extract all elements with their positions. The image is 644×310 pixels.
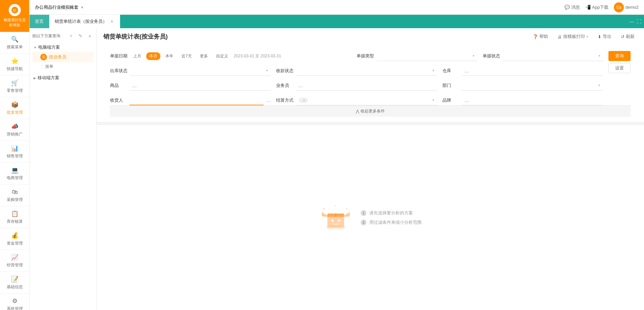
out-status-label: 出库状态 (110, 68, 127, 74)
inventory-icon: 📋 (11, 210, 18, 218)
dept-field: 部门 ▾ (442, 81, 603, 91)
date-field-label: 单据日期 (110, 53, 127, 59)
collapse-panel-btn[interactable]: « (86, 32, 94, 40)
sidebar-item-inventory[interactable]: 📋 库存核算 (0, 206, 29, 228)
sidebar-item-purchase[interactable]: 🛍 采购管理 (0, 185, 29, 206)
dept-dropdown-icon: ▾ (598, 83, 600, 88)
app-download-btn[interactable]: 📲 App下载 (585, 4, 608, 10)
settlement-field: 结算方式 × ▾ (276, 95, 437, 105)
receive-status-select[interactable]: ▾ (296, 66, 437, 76)
desktop-scheme-label: 电脑端方案 (38, 44, 60, 50)
date-more-btn[interactable]: 更多 (197, 52, 211, 60)
logo-text: 畅捷通好生意 标准版 (4, 17, 26, 28)
mobile-scheme-header[interactable]: ▶ 移动端方案 (32, 73, 94, 83)
settlement-select[interactable]: × ▾ (296, 95, 437, 105)
sidebar-item-sys-config[interactable]: ⚙ 系统管理 (0, 294, 29, 310)
app-download-label: App下载 (592, 4, 608, 10)
settlement-clear-icon[interactable]: × (303, 98, 305, 102)
wholesale-mgmt-icon: 📦 (11, 101, 18, 109)
user-profile[interactable]: Ea demo2 (614, 2, 639, 12)
warehouse-label: 仓库 (442, 68, 459, 74)
edit-scheme-btn[interactable]: ✎ (77, 32, 84, 40)
help-btn[interactable]: ❓ 帮助 (530, 32, 551, 41)
svg-text:✦: ✦ (334, 204, 336, 207)
page-header: 销货单统计表(按业务员) ❓ 帮助 🖨 按模板打印 ▾ ⬇ (97, 28, 644, 122)
tip-num-1: 1 (361, 210, 367, 216)
message-icon: 💬 (565, 5, 570, 10)
empty-tip-1: 1 请先选择要分析的方案 (361, 210, 422, 216)
dropdown-icon[interactable]: ▾ (81, 5, 83, 10)
out-status-select[interactable]: ▾ (130, 66, 271, 76)
add-scheme-btn[interactable]: ＋ (67, 32, 75, 40)
brand-dots-btn[interactable]: ... (465, 97, 469, 103)
sidebar-item-retail-mgmt[interactable]: 🛒 零售管理 (0, 75, 29, 97)
tip-text-2: 用过滤条件来缩小分析范围 (369, 219, 422, 225)
filter-row-3: 商品 ... 业务员 ... (110, 81, 603, 91)
warehouse-dots-btn[interactable]: ... (465, 68, 469, 74)
date-this-year-btn[interactable]: 本年 (162, 52, 176, 60)
brand-field: 品牌 ... (442, 95, 603, 105)
sidebar-item-operation[interactable]: 📈 经营管理 (0, 250, 29, 272)
desktop-scheme-arrow: ▼ (34, 46, 37, 49)
consignee-dots-btn[interactable]: ... (266, 97, 271, 103)
tab-bar: 首页 销货单统计表（按业务员） ✕ — ⛶ (30, 15, 644, 28)
tab-home-label: 首页 (35, 18, 44, 24)
date-filter-field: 单据日期 上月 本月 本年 近7天 更多 自定义 (110, 52, 351, 60)
desktop-scheme-header[interactable]: ▼ 电脑端方案 (32, 43, 94, 52)
left-panel-actions: ＋ ✎ « (67, 32, 94, 40)
salesperson-dots-btn[interactable]: ... (298, 83, 303, 89)
sales-mgmt-icon: 📊 (11, 144, 18, 153)
refresh-label: 刷新 (626, 34, 635, 40)
scheme-by-order[interactable]: ⋮ 按单 (32, 62, 94, 71)
consignee-label: 收货人 (110, 97, 127, 103)
sidebar-item-wholesale-mgmt[interactable]: 📦 批发管理 (0, 97, 29, 119)
desktop-scheme-group: ▼ 电脑端方案 员 按业务员 ⋮ 按单 (32, 43, 94, 71)
doc-status-select[interactable]: ▾ (503, 51, 603, 61)
filter-row-1: 单据日期 上月 本月 本年 近7天 更多 自定义 (110, 51, 603, 61)
sidebar-item-sales-mgmt[interactable]: 📊 销售管理 (0, 141, 29, 163)
collapse-label: 收起更多条件 (361, 108, 385, 114)
print-label: 按模板打印 (563, 34, 585, 40)
sidebar-item-finance[interactable]: 💰 资金管理 (0, 228, 29, 250)
tab-sales-stat[interactable]: 销货单统计表（按业务员） ✕ (49, 15, 120, 28)
export-btn[interactable]: ⬇ 导出 (595, 32, 614, 41)
tab-home[interactable]: 首页 (30, 15, 49, 28)
message-label: 消息 (571, 4, 580, 10)
tab-close-icon[interactable]: ✕ (109, 19, 114, 24)
purchase-icon: 🛍 (12, 188, 18, 196)
sidebar-item-quick-nav[interactable]: ⭐ 快捷导航 (0, 54, 29, 75)
logo-icon: 好 (9, 4, 21, 16)
date-last7-btn[interactable]: 近7天 (178, 52, 195, 60)
date-this-month-btn[interactable]: 本月 (146, 52, 160, 60)
doc-type-dropdown-icon: ▾ (473, 54, 475, 58)
date-last-month-btn[interactable]: 上月 (130, 52, 144, 60)
sidebar-item-marketing[interactable]: 📣 营销推广 (0, 119, 29, 141)
goods-dots-btn[interactable]: ... (132, 83, 137, 89)
settings-button[interactable]: 设置 (608, 63, 631, 73)
collapse-icon: « (89, 33, 91, 39)
sidebar-item-label: 库存核算 (7, 219, 23, 224)
tab-minimize-icon[interactable]: — (629, 19, 634, 24)
scheme-by-salesperson[interactable]: 员 按业务员 (32, 52, 94, 62)
print-btn[interactable]: 🖨 按模板打印 ▾ (555, 32, 591, 41)
doc-type-select[interactable]: ▾ (377, 51, 477, 61)
consignee-input[interactable] (129, 95, 264, 105)
date-custom-btn[interactable]: 自定义 (213, 52, 231, 60)
export-icon: ⬇ (598, 34, 601, 39)
warehouse-field: 仓库 ... (442, 66, 603, 76)
sidebar-item-basic-info[interactable]: 📝 基础信息 (0, 272, 29, 294)
sidebar-item-ecommerce[interactable]: 💻 电商管理 (0, 163, 29, 185)
refresh-btn[interactable]: ↺ 刷新 (618, 32, 637, 41)
collapse-bar[interactable]: ⋀ 收起更多条件 (110, 105, 631, 117)
doc-type-field: 单据类型 ▾ (357, 51, 477, 61)
salesperson-field: 业务员 ... (276, 81, 437, 91)
settlement-clear-tag[interactable]: × (299, 98, 308, 103)
svg-point-6 (331, 219, 334, 222)
scheme-dot-icon: 员 (40, 54, 47, 60)
tab-maximize-icon[interactable]: ⛶ (637, 19, 641, 24)
filter-top-actions: 查询 设置 (608, 51, 631, 73)
message-btn[interactable]: 💬 消息 (565, 4, 580, 10)
sidebar-item-search-menu[interactable]: 🔍 搜索菜单 (0, 32, 29, 54)
query-button[interactable]: 查询 (608, 51, 631, 61)
dept-select[interactable]: ▾ (462, 81, 603, 91)
